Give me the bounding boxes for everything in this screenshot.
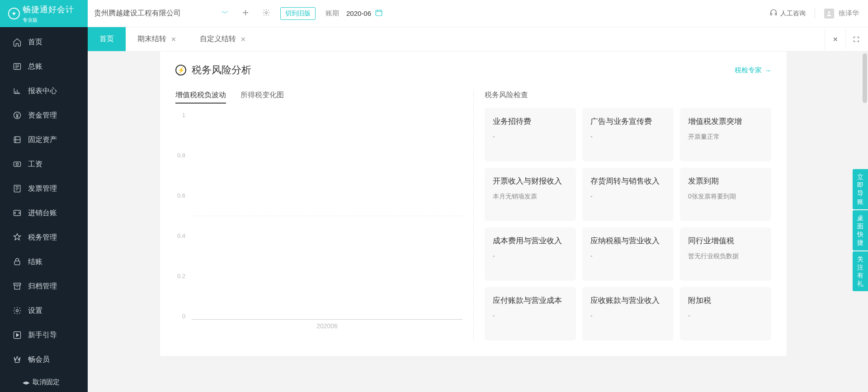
inout-icon (13, 208, 22, 217)
risk-card-sub: - (590, 133, 665, 140)
nav-label: 新手引导 (28, 331, 57, 340)
svg-rect-7 (14, 261, 20, 264)
tab-custom-close[interactable]: 自定义结转✕ (188, 27, 258, 51)
panel-title: ⚡ 税务风险分析 (175, 63, 251, 77)
risk-card[interactable]: 广告与业务宣传费- (582, 108, 674, 161)
nav-archive[interactable]: 归档管理 (0, 274, 88, 298)
risk-card[interactable]: 应付账款与营业成本- (485, 287, 576, 340)
nav-salary[interactable]: 工资 (0, 152, 88, 176)
nav-settings[interactable]: 设置 (0, 298, 88, 323)
risk-card-sub: - (590, 312, 665, 319)
nav-label: 税务管理 (28, 233, 57, 242)
main: 贵州腾越建设工程有限公司 ﹀ 切到旧版 账期 2020-06 人工咨询 徐泽华 … (88, 0, 868, 392)
nav-label: 报表中心 (28, 86, 57, 96)
nav-reports[interactable]: 报表中心 (0, 79, 88, 103)
nav-jxtz[interactable]: 进销台账 (0, 201, 88, 225)
risk-card-sub: - (590, 193, 665, 200)
svg-rect-14 (770, 13, 772, 15)
close-icon[interactable]: ✕ (171, 36, 176, 43)
risk-card-title: 广告与业务宣传费 (590, 116, 665, 127)
svg-rect-9 (14, 285, 20, 289)
chevron-down-icon: ﹀ (222, 9, 229, 18)
scrollbar[interactable] (863, 53, 867, 103)
risk-cards-grid: 业务招待费-广告与业务宣传费-增值税发票突增开票量正常开票收入与财报收入本月无销… (485, 108, 771, 340)
risk-card[interactable]: 业务招待费- (485, 108, 576, 161)
risk-side: 税务风险检查 业务招待费-广告与业务宣传费-增值税发票突增开票量正常开票收入与财… (474, 90, 771, 340)
float-shortcut[interactable]: 桌面快捷 (853, 210, 868, 250)
risk-card[interactable]: 应收账款与营业收入- (582, 287, 674, 340)
tabstrip: 首页 期末结转✕ 自定义结转✕ ✕ (88, 27, 868, 52)
risk-card[interactable]: 开票收入与财报收入本月无销项发票 (485, 168, 576, 221)
risk-card[interactable]: 发票到期0张发票将要到期 (680, 168, 771, 221)
unpin-arrow-icon: ◂▸ (23, 378, 30, 387)
nav-vip[interactable]: 畅会员 (0, 347, 88, 372)
nav-funds[interactable]: 资金管理 (0, 103, 88, 128)
risk-card[interactable]: 存货周转与销售收入- (582, 168, 674, 221)
nav: 首页 总账 报表中心 资金管理 固定资产 工资 发票管理 进销台账 税务管理 结… (0, 27, 88, 373)
risk-card-title: 发票到期 (688, 176, 763, 186)
nav-invoice[interactable]: 发票管理 (0, 176, 88, 201)
risk-card[interactable]: 同行业增值税暂无行业税负数据 (680, 227, 771, 281)
add-button[interactable] (241, 9, 250, 18)
svg-point-10 (16, 310, 19, 312)
risk-card-title: 应收账款与营业收入 (590, 295, 665, 306)
bolt-icon: ⚡ (175, 65, 186, 76)
lock-icon (13, 257, 22, 266)
risk-card-sub: - (493, 252, 568, 260)
close-all-tabs[interactable]: ✕ (825, 29, 845, 50)
divider (815, 9, 815, 19)
sidebar-unpin[interactable]: ◂▸ 取消固定 (0, 373, 88, 392)
tax-risk-panel: ⚡ 税务风险分析 税检专家 → 增值税税负波动 所得税变化图 (160, 52, 787, 356)
tab-home[interactable]: 首页 (88, 27, 126, 51)
risk-card[interactable]: 应纳税额与营业收入- (582, 227, 674, 281)
risk-card-title: 业务招待费 (493, 116, 568, 127)
y-axis: 1 0.8 0.6 0.4 0.2 0 (175, 112, 185, 320)
arrow-right-icon: → (764, 66, 771, 74)
chart-icon (13, 86, 22, 95)
chart-tab-vat[interactable]: 增值税税负波动 (175, 90, 226, 104)
close-icon[interactable]: ✕ (241, 36, 246, 43)
risk-card[interactable]: 增值税发票突增开票量正常 (680, 108, 771, 161)
chart-tab-income-tax[interactable]: 所得税变化图 (241, 90, 284, 104)
nav-ledger[interactable]: 总账 (0, 54, 88, 79)
svg-point-4 (16, 163, 19, 165)
nav-closing[interactable]: 结账 (0, 250, 88, 274)
asset-icon (13, 135, 22, 144)
vip-icon (13, 355, 22, 364)
risk-card-title: 成本费用与营业收入 (493, 236, 568, 246)
headset-icon (769, 9, 778, 18)
svg-rect-3 (14, 162, 21, 166)
risk-card-sub: - (688, 312, 763, 319)
support-link[interactable]: 人工咨询 (769, 9, 806, 18)
nav-fixed-assets[interactable]: 固定资产 (0, 128, 88, 152)
company-picker[interactable]: 贵州腾越建设工程有限公司 ﹀ (94, 9, 229, 18)
period-value: 2020-06 (346, 9, 371, 17)
settings-button[interactable] (262, 9, 270, 18)
calendar-icon[interactable] (375, 9, 383, 18)
nav-label: 进销台账 (28, 208, 57, 218)
risk-card[interactable]: 成本费用与营业收入- (485, 227, 576, 281)
risk-card[interactable]: 附加税- (680, 287, 771, 340)
float-import[interactable]: 立即导账 (853, 169, 868, 209)
risk-card-sub: - (590, 252, 665, 260)
tab-label: 期末结转 (137, 34, 166, 44)
nav-label: 发票管理 (28, 184, 57, 194)
user-menu[interactable]: 徐泽华 (824, 9, 859, 19)
risk-card-title: 同行业增值税 (688, 236, 763, 246)
risk-card-title: 增值税发票突增 (688, 116, 763, 127)
svg-point-12 (265, 12, 268, 14)
tax-expert-link[interactable]: 税检专家 → (735, 66, 771, 75)
risk-card-sub: 开票量正常 (688, 133, 763, 141)
risk-card-sub: - (493, 312, 568, 319)
svg-rect-15 (775, 13, 777, 15)
nav-guide[interactable]: 新手引导 (0, 323, 88, 347)
nav-tax[interactable]: 税务管理 (0, 225, 88, 250)
avatar-icon (824, 9, 834, 19)
tab-period-close[interactable]: 期末结转✕ (126, 27, 188, 51)
risk-card-sub: 本月无销项发票 (493, 193, 568, 201)
fullscreen-button[interactable] (845, 29, 866, 50)
nav-label: 归档管理 (28, 282, 57, 291)
float-follow[interactable]: 关注有礼 (853, 251, 868, 292)
nav-home[interactable]: 首页 (0, 30, 88, 54)
switch-old-button[interactable]: 切到旧版 (280, 7, 316, 20)
